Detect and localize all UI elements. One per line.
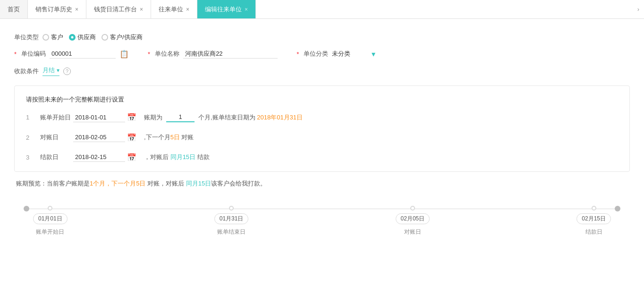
radio-customer-label: 客户 [51, 33, 63, 42]
payment-condition-select[interactable]: 月结 ▾ [42, 66, 59, 76]
period-row-2-label: 对账日 [40, 133, 73, 142]
period-row-2-num: 2 [26, 134, 40, 141]
tab-partner-label: 往来单位 [159, 5, 183, 14]
timeline-left-end-dot [24, 206, 29, 211]
category-chevron-down-icon: ▾ [372, 50, 375, 59]
unit-category-value: 未分类 [332, 50, 370, 58]
timeline-section: 01月01日 账单开始日 01月31日 账单结束日 02月05日 对账日 02月… [14, 199, 630, 236]
period-settings-box: 请按照未来的一个完整帐期进行设置 1 账单开始日 📅 账期为 个月,账单结束日期… [14, 85, 630, 172]
unit-category-select[interactable]: 未分类 ▾ [332, 50, 389, 59]
timeline-right-end-dot [615, 206, 620, 211]
tab-sales-history[interactable]: 销售订单历史 × [28, 0, 86, 18]
unit-name-field: * 单位名称 [148, 49, 278, 59]
period-end-date-highlight: 2018年01月31日 [257, 113, 303, 122]
timeline-node-3: 02月05日 对账日 [396, 199, 430, 236]
period-row-1-num: 1 [26, 114, 40, 121]
close-partner-icon[interactable]: × [186, 6, 189, 13]
radio-customer[interactable]: 客户 [42, 33, 63, 42]
timeline-badge-1: 01月01日 [33, 213, 68, 224]
radio-supplier-circle [69, 34, 76, 41]
period-row-2-text2: 对账 [180, 133, 194, 142]
payment-chevron-down-icon: ▾ [57, 67, 59, 74]
tab-more-arrow[interactable]: › [633, 0, 644, 18]
radio-both-label: 客户/供应商 [110, 33, 143, 42]
start-date-input[interactable] [73, 113, 125, 122]
timeline-dot-4 [592, 206, 596, 211]
reconcile-date-calendar-icon[interactable]: 📅 [127, 133, 136, 142]
tab-home[interactable]: 首页 [0, 0, 28, 18]
period-row-3-text1: ，对账后 [144, 153, 170, 161]
tabs-bar: 首页 销售订单历史 × 钱货日清工作台 × 往来单位 × 编辑往来单位 × › [0, 0, 644, 19]
tab-home-label: 首页 [8, 5, 20, 14]
radio-group-unit-type: 客户 供应商 客户/供应商 [42, 33, 143, 42]
period-row-3-num: 3 [26, 154, 40, 161]
close-edit-partner-icon[interactable]: × [245, 6, 248, 13]
timeline-line [28, 209, 616, 209]
preview-mid: 对账，对账后 [145, 180, 186, 187]
period-row-3-label: 结款日 [40, 153, 73, 161]
timeline-sublabel-2: 账单结束日 [217, 228, 246, 236]
payment-condition-value: 月结 [42, 66, 55, 75]
tab-cash-work[interactable]: 钱货日清工作台 × [86, 0, 151, 18]
payment-condition-field: 收款条件 月结 ▾ ? [14, 66, 71, 76]
period-row-2-highlight: 5日 [170, 133, 180, 142]
timeline-badge-3: 02月05日 [396, 213, 430, 224]
radio-customer-circle [42, 34, 49, 41]
copy-icon[interactable]: 📋 [119, 50, 129, 59]
period-row-1-before-input: 账期为 [144, 113, 162, 122]
period-row-1-label: 账单开始日 [40, 113, 73, 122]
unit-code-field: * 单位编码 📋 [14, 49, 129, 59]
period-row-3-highlight: 同月15日 [170, 153, 195, 161]
timeline-sublabel-3: 对账日 [404, 228, 421, 236]
tab-edit-partner[interactable]: 编辑往来单位 × [197, 0, 256, 18]
timeline-dot-1 [48, 206, 52, 211]
unit-name-label: 单位名称 [155, 50, 179, 58]
unit-category-star: * [297, 51, 299, 58]
reconcile-date-input[interactable] [73, 133, 125, 142]
timeline-node-1: 01月01日 账单开始日 [33, 199, 68, 236]
unit-info-row: * 单位编码 📋 * 单位名称 * 单位分类 未分类 ▾ [14, 49, 630, 59]
unit-code-label: 单位编码 [21, 50, 46, 58]
close-sales-history-icon[interactable]: × [75, 6, 78, 13]
payment-condition-row: 收款条件 月结 ▾ ? [14, 66, 630, 76]
radio-supplier[interactable]: 供应商 [69, 33, 96, 42]
period-row-1-after-input: 个月,账单结束日期为 [198, 113, 257, 122]
preview-next5: 下一个月5日 [111, 180, 145, 187]
payment-date-calendar-icon[interactable]: 📅 [127, 153, 136, 162]
radio-supplier-label: 供应商 [77, 33, 96, 42]
timeline-badge-2: 01月31日 [214, 213, 249, 224]
radio-both[interactable]: 客户/供应商 [102, 33, 143, 42]
help-icon[interactable]: ? [63, 68, 71, 75]
tab-edit-partner-label: 编辑往来单位 [205, 5, 242, 14]
payment-date-input[interactable] [73, 152, 125, 162]
main-content: 单位类型 客户 供应商 客户/供应商 * 单位编码 [0, 19, 644, 287]
period-row-3-text2: 结款 [195, 153, 210, 161]
period-row-3: 3 结款日 📅 ，对账后 同月15日 结款 [26, 152, 618, 162]
start-date-calendar-icon[interactable]: 📅 [127, 113, 136, 122]
preview-1m: 1个月， [90, 180, 111, 187]
payment-condition-label: 收款条件 [14, 67, 39, 76]
unit-type-field: 单位类型 客户 供应商 客户/供应商 [14, 33, 143, 42]
tab-cash-work-label: 钱货日清工作台 [94, 5, 137, 14]
timeline-dot-2 [229, 206, 234, 211]
tab-sales-history-label: 销售订单历史 [35, 5, 72, 14]
period-row-2: 2 对账日 📅 ,下一个月5日 对账 [26, 133, 618, 142]
period-row-2-text1: ,下一个月 [144, 133, 170, 142]
period-months-input[interactable] [166, 112, 195, 122]
period-row-1: 1 账单开始日 📅 账期为 个月,账单结束日期为 2018年01月31日 [26, 112, 618, 122]
unit-category-field: * 单位分类 未分类 ▾ [297, 50, 389, 59]
unit-category-label: 单位分类 [304, 50, 328, 58]
tab-partner[interactable]: 往来单位 × [151, 0, 197, 18]
timeline-sublabel-4: 结款日 [585, 228, 602, 236]
preview-text: 账期预览：当前客户账期是1个月，下一个月5日 对账，对账后 同月15日该客户会给… [14, 179, 630, 188]
chevron-right-icon: › [637, 6, 639, 13]
timeline-dot-3 [410, 206, 415, 211]
close-cash-work-icon[interactable]: × [140, 6, 143, 13]
timeline-node-4: 02月15日 结款日 [576, 199, 611, 236]
unit-name-star: * [148, 51, 150, 58]
preview-label: 账期预览：当前客户账期是 [16, 180, 90, 187]
preview-pay-day: 同月15日 [186, 180, 211, 187]
unit-name-input[interactable] [183, 49, 278, 59]
unit-code-input[interactable] [50, 49, 116, 59]
unit-type-row: 单位类型 客户 供应商 客户/供应商 [14, 33, 630, 42]
